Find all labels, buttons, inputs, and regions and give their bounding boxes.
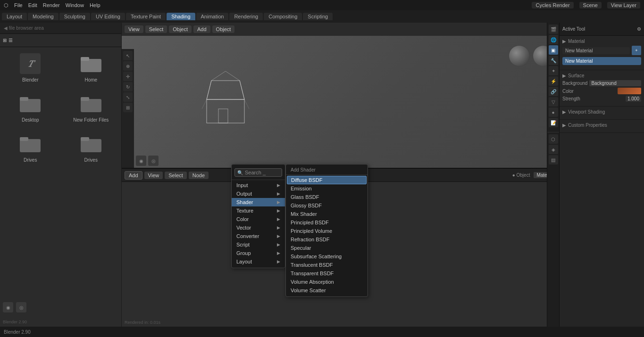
material-controls: New Material + bbox=[562, 46, 641, 55]
add-menu-item-shader[interactable]: Shader ▶ bbox=[232, 198, 285, 206]
surface-shader-select[interactable]: Background bbox=[589, 80, 641, 86]
shader-item-subsurface[interactable]: Subsurface Scattering bbox=[286, 252, 368, 261]
tab-layout[interactable]: Layout bbox=[2, 13, 27, 20]
right-panel-icon[interactable]: ⚙ bbox=[637, 26, 641, 32]
icon-physics[interactable]: ⚡ bbox=[549, 76, 558, 86]
add-button[interactable]: Add bbox=[125, 171, 142, 180]
icon-constraints[interactable]: 🔗 bbox=[549, 87, 558, 96]
tab-modeling[interactable]: Modeling bbox=[28, 13, 59, 20]
viewport-tool-rotate[interactable]: ↻ bbox=[123, 82, 133, 91]
add-menu-item-texture[interactable]: Texture ▶ bbox=[232, 206, 285, 215]
tool-btn-2[interactable]: ◎ bbox=[16, 302, 26, 312]
toolbar-icon1[interactable]: ⊞ bbox=[3, 38, 7, 43]
file-item-drives2[interactable]: Drives bbox=[66, 132, 117, 163]
add-menu-item-vector[interactable]: Vector ▶ bbox=[232, 223, 285, 232]
file-item-drives1[interactable]: Drives bbox=[5, 132, 56, 163]
svg-line-12 bbox=[207, 81, 211, 99]
material-new-btn[interactable]: + bbox=[632, 46, 641, 55]
tab-rendering[interactable]: Rendering bbox=[229, 13, 263, 20]
viewport-btn-object2[interactable]: Object bbox=[212, 25, 235, 33]
shader-item-diffuse[interactable]: Diffuse BSDF bbox=[287, 176, 367, 184]
arrow-icon: ▶ bbox=[277, 251, 280, 255]
toolbar-icon2[interactable]: ☰ bbox=[8, 38, 13, 43]
strength-value[interactable]: 1.000 bbox=[626, 96, 641, 102]
viewport-bottom-btn2[interactable]: ◎ bbox=[148, 156, 159, 166]
node-view-btn[interactable]: View bbox=[144, 172, 163, 179]
active-material-item[interactable]: New Material bbox=[562, 57, 641, 65]
viewport-btn-add[interactable]: Add bbox=[193, 25, 210, 33]
engine-selector[interactable]: Cycles Render bbox=[532, 2, 573, 8]
icon-tool3[interactable]: ▤ bbox=[549, 155, 558, 164]
viewport-btn-select[interactable]: Select bbox=[145, 25, 167, 33]
file-label-desktop: Desktop bbox=[22, 117, 39, 123]
shader-item-refraction[interactable]: Refraction BSDF bbox=[286, 235, 368, 244]
shader-item-translucent[interactable]: Translucent BSDF bbox=[286, 261, 368, 269]
add-menu-item-color[interactable]: Color ▶ bbox=[232, 215, 285, 223]
icon-world[interactable]: 🌐 bbox=[549, 35, 558, 44]
menu-file[interactable]: File bbox=[14, 2, 23, 8]
shader-item-principled-volume[interactable]: Principled Volume bbox=[286, 227, 368, 235]
scene-selector[interactable]: Scene bbox=[579, 2, 602, 8]
shader-item-specular[interactable]: Specular bbox=[286, 244, 368, 252]
icon-material[interactable]: ● bbox=[549, 107, 558, 117]
shader-item-emission[interactable]: Emission bbox=[286, 184, 368, 193]
shader-item-mix[interactable]: Mix Shader bbox=[286, 210, 368, 218]
tab-animation[interactable]: Animation bbox=[196, 13, 229, 20]
node-node-btn[interactable]: Node bbox=[189, 172, 209, 179]
viewport-tool-transform[interactable]: ⊞ bbox=[123, 103, 133, 112]
add-menu-item-layout[interactable]: Layout ▶ bbox=[232, 257, 285, 266]
material-name[interactable]: New Material bbox=[562, 47, 630, 54]
arrow-icon: ▶ bbox=[277, 200, 280, 205]
icon-modifier[interactable]: 🔧 bbox=[549, 56, 558, 65]
search-input-wrap[interactable]: 🔍 Search _ bbox=[234, 168, 282, 177]
icon-scene[interactable]: 🎬 bbox=[549, 25, 558, 34]
file-item-desktop[interactable]: Desktop bbox=[5, 92, 56, 123]
tab-uv[interactable]: UV Editing bbox=[91, 13, 125, 20]
menu-help[interactable]: Help bbox=[90, 2, 100, 8]
shader-item-volume-scatter[interactable]: Volume Scatter bbox=[286, 286, 368, 295]
shader-item-glass[interactable]: Glass BSDF bbox=[286, 193, 368, 201]
shader-item-volume-absorption[interactable]: Volume Absorption bbox=[286, 278, 368, 286]
icon-particles[interactable]: ✦ bbox=[549, 66, 558, 75]
tab-scripting[interactable]: Scripting bbox=[303, 13, 333, 20]
tab-texture[interactable]: Texture Paint bbox=[126, 13, 166, 20]
icon-scripting[interactable]: 📝 bbox=[549, 118, 558, 127]
add-menu-item-output[interactable]: Output ▶ bbox=[232, 189, 285, 198]
shader-item-principled[interactable]: Principled BSDF bbox=[286, 218, 368, 227]
viewport-tool-move[interactable]: ✛ bbox=[123, 72, 133, 81]
tab-shading[interactable]: Shading bbox=[167, 13, 195, 20]
icon-tool2[interactable]: ◈ bbox=[549, 145, 558, 154]
node-select-btn[interactable]: Select bbox=[165, 172, 187, 179]
viewport-btn-view[interactable]: View bbox=[125, 25, 143, 33]
file-item-home[interactable]: Home bbox=[66, 52, 117, 82]
icon-tool1[interactable]: ⬡ bbox=[549, 134, 558, 144]
menu-edit[interactable]: Edit bbox=[28, 2, 37, 8]
add-menu-item-script[interactable]: Script ▶ bbox=[232, 240, 285, 249]
menu-render[interactable]: Render bbox=[43, 2, 60, 8]
color-swatch[interactable] bbox=[618, 88, 641, 94]
right-panel-material-section: ▶ Material New Material + New Material bbox=[560, 36, 644, 70]
add-menu-item-converter[interactable]: Converter ▶ bbox=[232, 232, 285, 240]
add-menu-item-input[interactable]: Input ▶ bbox=[232, 181, 285, 189]
shader-item-transparent[interactable]: Transparent BSDF bbox=[286, 269, 368, 278]
add-menu-item-group[interactable]: Group ▶ bbox=[232, 249, 285, 257]
tool-btn-1[interactable]: ◉ bbox=[3, 302, 13, 312]
file-item-newfolder[interactable]: New Folder Files bbox=[66, 92, 117, 123]
icon-object[interactable]: ▣ bbox=[549, 45, 558, 55]
shader-item-glossy[interactable]: Glossy BSDF bbox=[286, 201, 368, 210]
tab-sculpting[interactable]: Sculpting bbox=[59, 13, 90, 20]
file-item-blender[interactable]: 𝑇 Blender bbox=[5, 52, 56, 82]
icon-data[interactable]: ▽ bbox=[549, 97, 558, 107]
viewport-tool-cursor[interactable]: ⊕ bbox=[123, 61, 133, 71]
viewport-btn-object[interactable]: Object bbox=[169, 25, 192, 33]
layer-selector[interactable]: View Layer bbox=[607, 2, 640, 8]
viewport-tool-select[interactable]: ↖ bbox=[123, 51, 133, 60]
tab-compositing[interactable]: Compositing bbox=[264, 13, 302, 20]
svg-rect-3 bbox=[20, 97, 28, 101]
menu-window[interactable]: Window bbox=[66, 2, 84, 8]
viewport-tool-scale[interactable]: ⤡ bbox=[123, 92, 133, 102]
node-object-indicator: ● Object bbox=[510, 173, 532, 178]
viewport-bottom-btn1[interactable]: ◉ bbox=[136, 156, 146, 166]
preview-sphere-1[interactable] bbox=[509, 45, 530, 66]
blender-logo[interactable]: ⬡ bbox=[4, 2, 8, 8]
